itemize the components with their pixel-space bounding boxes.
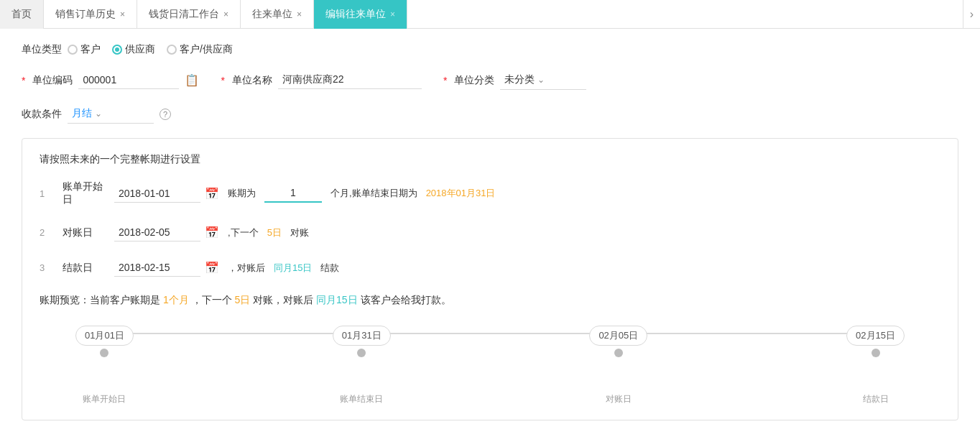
- cat-required: *: [443, 75, 447, 86]
- tab-edit-partner[interactable]: 编辑往来单位 ×: [314, 0, 407, 29]
- settings-card: 请按照未来的一个完整帐期进行设置 1 账单开始日 📅 账期为 个月,账单结束日期…: [22, 138, 958, 420]
- radio-both-circle: [167, 45, 177, 55]
- category-select-value: 未分类: [504, 73, 535, 86]
- tab-cash-work[interactable]: 钱货日清工作台 ×: [137, 0, 241, 29]
- unit-type-label: 单位类型: [22, 43, 62, 56]
- name-input[interactable]: [278, 71, 422, 89]
- payment-chevron-icon: ⌄: [95, 109, 102, 119]
- node-dot-2: [357, 349, 366, 357]
- node-label-4: 结款日: [863, 393, 889, 405]
- unit-code-group: * 单位编码 📋: [22, 71, 199, 89]
- tab-scroll-right[interactable]: ›: [963, 0, 980, 29]
- unit-type-group: 单位类型 客户 供应商 客户/供应商: [22, 43, 233, 56]
- timeline-node-4: 02月15日 结款日: [846, 326, 905, 405]
- tab-partner-label: 往来单位: [252, 8, 292, 21]
- row-num-2: 2: [40, 227, 54, 238]
- cat-label: 单位分类: [454, 74, 494, 87]
- row-num-1: 1: [40, 188, 54, 199]
- timeline-nodes: 01月01日 账单开始日 01月31日 账单结束日 02月05日 对账日: [40, 318, 940, 405]
- code-label: 单位编码: [32, 74, 73, 87]
- payment-group: 收款条件 月结 ⌄ ?: [22, 104, 171, 124]
- tab-sales-history-close[interactable]: ×: [120, 9, 125, 19]
- row-highlight-1: 2018年01月31日: [426, 187, 496, 200]
- node-dot-3: [614, 349, 623, 357]
- tab-partner-close[interactable]: ×: [297, 9, 302, 19]
- preview-text: 账期预览：当前客户账期是 1个月 ，下一个 5日 对账，对账后 同月15日 该客…: [40, 294, 940, 307]
- date-input-1[interactable]: [114, 185, 200, 203]
- unit-category-group: * 单位分类 未分类 ⌄: [443, 70, 586, 90]
- code-input[interactable]: [78, 71, 179, 89]
- row-desc-prefix-2: ,下一个: [228, 226, 259, 239]
- radio-both[interactable]: 客户/供应商: [167, 43, 233, 56]
- radio-customer[interactable]: 客户: [68, 43, 101, 56]
- tab-partner[interactable]: 往来单位 ×: [241, 0, 314, 29]
- payment-select[interactable]: 月结 ⌄: [68, 104, 154, 124]
- date-input-wrapper-1: 📅: [114, 185, 219, 203]
- setting-row-2: 2 对账日 📅 ,下一个 5日 对账: [40, 224, 940, 242]
- preview-hl2: 5日: [234, 294, 250, 305]
- node-label-3: 对账日: [606, 393, 632, 405]
- code-required: *: [22, 75, 25, 86]
- timeline-node-2: 01月31日 账单结束日: [333, 326, 391, 405]
- row-type-3: 结款日: [63, 262, 106, 275]
- row-desc-suffix-3: 结款: [320, 262, 339, 275]
- payment-select-value: 月结: [72, 107, 92, 120]
- code-icon[interactable]: 📋: [185, 73, 199, 87]
- period-input[interactable]: [264, 184, 322, 203]
- setting-row-3: 3 结款日 📅 ，对账后 同月15日 结款: [40, 259, 940, 277]
- row-desc-prefix-3: ，对账后: [228, 262, 265, 275]
- name-required: *: [221, 75, 224, 86]
- row-desc-prefix-1: 账期为: [228, 187, 256, 200]
- calendar-icon-3[interactable]: 📅: [205, 261, 219, 275]
- unit-name-group: * 单位名称: [221, 71, 421, 89]
- radio-supplier-circle: [112, 45, 122, 55]
- node-dot-4: [872, 349, 880, 357]
- preview-prefix: 账期预览：当前客户账期是: [40, 294, 160, 305]
- category-select[interactable]: 未分类 ⌄: [500, 70, 586, 90]
- node-date-2: 01月31日: [333, 326, 391, 346]
- code-name-row: * 单位编码 📋 * 单位名称 * 单位分类 未分类 ⌄: [22, 70, 958, 90]
- tab-edit-partner-close[interactable]: ×: [390, 9, 395, 19]
- tab-cash-work-close[interactable]: ×: [223, 9, 228, 19]
- chevron-down-icon: ⌄: [537, 75, 545, 85]
- radio-supplier[interactable]: 供应商: [112, 43, 155, 56]
- radio-customer-label: 客户: [80, 43, 101, 56]
- calendar-icon-1[interactable]: 📅: [205, 187, 219, 201]
- row-type-2: 对账日: [63, 226, 106, 239]
- date-input-wrapper-2: 📅: [114, 224, 219, 242]
- node-date-3: 02月05日: [589, 326, 647, 346]
- date-input-2[interactable]: [114, 224, 200, 242]
- tab-edit-partner-label: 编辑往来单位: [325, 8, 386, 21]
- payment-label: 收款条件: [22, 108, 62, 121]
- radio-both-label: 客户/供应商: [180, 43, 233, 56]
- date-input-3[interactable]: [114, 259, 200, 277]
- calendar-icon-2[interactable]: 📅: [205, 226, 219, 239]
- content-area: 单位类型 客户 供应商 客户/供应商 * 单位编码: [0, 29, 980, 437]
- tab-cash-work-label: 钱货日清工作台: [149, 8, 219, 21]
- preview-mid2: 对账，对账后: [253, 294, 313, 305]
- row-highlight-3: 同月15日: [274, 262, 312, 275]
- node-label-2: 账单结束日: [340, 393, 383, 405]
- tab-sales-history[interactable]: 销售订单历史 ×: [44, 0, 137, 29]
- row-desc-suffix-1: 个月,账单结束日期为: [330, 187, 417, 200]
- row-type-1: 账单开始日: [63, 180, 106, 206]
- preview-hl3: 同月15日: [316, 294, 358, 305]
- radio-group-unit-type: 客户 供应商 客户/供应商: [68, 43, 233, 56]
- timeline-section: 01月01日 账单开始日 01月31日 账单结束日 02月05日 对账日: [40, 318, 940, 405]
- radio-customer-circle: [68, 45, 78, 55]
- timeline-node-1: 01月01日 账单开始日: [75, 326, 134, 405]
- card-title: 请按照未来的一个完整帐期进行设置: [40, 153, 940, 166]
- unit-type-row: 单位类型 客户 供应商 客户/供应商: [22, 43, 958, 56]
- node-date-4: 02月15日: [846, 326, 905, 346]
- timeline-node-3: 02月05日 对账日: [589, 326, 647, 405]
- preview-suffix: 该客户会给我打款。: [361, 294, 451, 305]
- name-label: 单位名称: [232, 74, 272, 87]
- node-dot-1: [100, 349, 108, 357]
- date-input-wrapper-3: 📅: [114, 259, 219, 277]
- help-icon[interactable]: ?: [160, 109, 171, 120]
- tab-home[interactable]: 首页: [0, 0, 44, 29]
- row-desc-suffix-2: 对账: [290, 226, 309, 239]
- payment-row: 收款条件 月结 ⌄ ?: [22, 104, 958, 124]
- row-highlight-2: 5日: [267, 226, 282, 239]
- radio-supplier-label: 供应商: [125, 43, 155, 56]
